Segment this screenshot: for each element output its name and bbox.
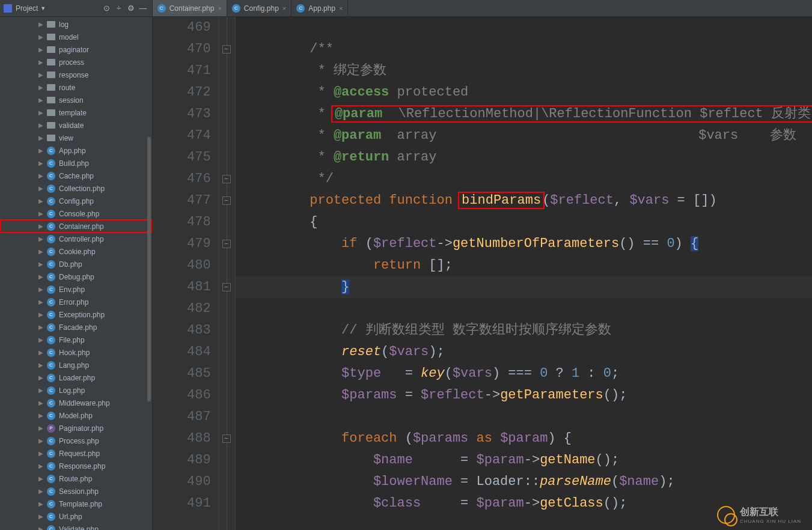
tree-file[interactable]: ▶CException.php [0, 308, 152, 321]
tree-file[interactable]: ▶CDb.php [0, 258, 152, 270]
tree-file[interactable]: ▶CApp.php [0, 144, 152, 157]
expand-arrow-icon[interactable]: ▶ [38, 362, 44, 368]
expand-arrow-icon[interactable]: ▶ [38, 21, 44, 28]
expand-arrow-icon[interactable]: ▶ [38, 437, 44, 444]
fold-toggle-icon[interactable]: − [222, 45, 231, 53]
code-line[interactable]: * @return array [236, 147, 812, 168]
tree-file[interactable]: ▶CModel.php [0, 409, 152, 422]
expand-arrow-icon[interactable]: ▶ [38, 387, 44, 394]
collapse-icon[interactable]: ÷ [114, 3, 124, 14]
expand-arrow-icon[interactable]: ▶ [38, 109, 44, 116]
code-line[interactable]: * @access protected [236, 82, 812, 103]
expand-arrow-icon[interactable]: ▶ [38, 223, 44, 230]
expand-arrow-icon[interactable]: ▶ [38, 72, 44, 78]
expand-arrow-icon[interactable]: ▶ [38, 172, 44, 179]
tree-file[interactable]: ▶CConsole.php [0, 207, 152, 220]
tree-folder[interactable]: ▶process [0, 56, 152, 69]
expand-arrow-icon[interactable]: ▶ [38, 147, 44, 154]
code-line[interactable]: } [236, 276, 812, 298]
tree-scrollbar-thumb[interactable] [147, 137, 151, 401]
expand-arrow-icon[interactable]: ▶ [38, 122, 44, 129]
code-content[interactable]: /** * 绑定参数 * @access protected * @param … [236, 17, 812, 530]
tree-folder[interactable]: ▶route [0, 81, 152, 94]
fold-toggle-icon[interactable]: − [222, 196, 231, 205]
tree-file[interactable]: ▶PPaginator.php [0, 422, 152, 434]
expand-arrow-icon[interactable]: ▶ [38, 261, 44, 267]
expand-arrow-icon[interactable]: ▶ [38, 34, 44, 40]
target-icon[interactable]: ⊙ [102, 3, 112, 14]
tree-file[interactable]: ▶CHook.php [0, 346, 152, 359]
tree-folder[interactable]: ▶model [0, 31, 152, 43]
expand-arrow-icon[interactable]: ▶ [38, 299, 44, 305]
expand-arrow-icon[interactable]: ▶ [38, 450, 44, 457]
code-line[interactable]: $name = $param->getName(); [236, 449, 812, 471]
tree-file[interactable]: ▶CRoute.php [0, 472, 152, 485]
tree-file[interactable]: ▶CProcess.php [0, 434, 152, 447]
tree-file[interactable]: ▶CContainer.php [0, 220, 152, 233]
expand-arrow-icon[interactable]: ▶ [38, 501, 44, 507]
close-tab-icon[interactable]: × [339, 5, 343, 12]
code-line[interactable]: // 判断数组类型 数字数组时按顺序绑定参数 [236, 320, 812, 341]
code-line[interactable]: if ($reflect->getNumberOfParameters() ==… [236, 233, 812, 255]
tree-folder[interactable]: ▶response [0, 69, 152, 81]
code-line[interactable]: * @param array $vars 参数 [236, 125, 812, 147]
tree-file[interactable]: ▶CResponse.php [0, 460, 152, 472]
tree-folder[interactable]: ▶session [0, 94, 152, 106]
tree-folder[interactable]: ▶template [0, 106, 152, 119]
expand-arrow-icon[interactable]: ▶ [38, 337, 44, 343]
expand-arrow-icon[interactable]: ▶ [38, 526, 44, 530]
expand-arrow-icon[interactable]: ▶ [38, 286, 44, 293]
tree-file[interactable]: ▶CFile.php [0, 334, 152, 346]
tree-file[interactable]: ▶CLoader.php [0, 371, 152, 384]
tree-folder[interactable]: ▶validate [0, 119, 152, 132]
code-editor[interactable]: 4694704714724734744754764774784794804814… [153, 17, 812, 530]
tree-folder[interactable]: ▶view [0, 132, 152, 144]
close-tab-icon[interactable]: × [218, 5, 221, 12]
expand-arrow-icon[interactable]: ▶ [38, 463, 44, 469]
expand-arrow-icon[interactable]: ▶ [38, 84, 44, 91]
expand-arrow-icon[interactable]: ▶ [38, 46, 44, 53]
expand-arrow-icon[interactable]: ▶ [38, 400, 44, 406]
editor-tab[interactable]: CApp.php× [292, 0, 348, 16]
editor-tab[interactable]: CConfig.php× [227, 0, 292, 16]
tree-file[interactable]: ▶CLog.php [0, 384, 152, 397]
tree-file[interactable]: ▶CCollection.php [0, 182, 152, 195]
tree-file[interactable]: ▶CRequest.php [0, 447, 152, 460]
expand-arrow-icon[interactable]: ▶ [38, 185, 44, 192]
tree-folder[interactable]: ▶log [0, 18, 152, 31]
expand-arrow-icon[interactable]: ▶ [38, 488, 44, 495]
close-tab-icon[interactable]: × [282, 5, 286, 12]
expand-arrow-icon[interactable]: ▶ [38, 412, 44, 419]
expand-arrow-icon[interactable]: ▶ [38, 513, 44, 520]
code-line[interactable]: $lowerName = Loader::parseName($name); [236, 471, 812, 493]
fold-toggle-icon[interactable]: − [222, 283, 231, 291]
code-line[interactable]: return []; [236, 255, 812, 276]
expand-arrow-icon[interactable]: ▶ [38, 425, 44, 431]
tree-file[interactable]: ▶CValidate.php [0, 523, 152, 530]
expand-arrow-icon[interactable]: ▶ [38, 160, 44, 166]
expand-arrow-icon[interactable]: ▶ [38, 97, 44, 103]
expand-arrow-icon[interactable]: ▶ [38, 475, 44, 482]
code-line[interactable]: * 绑定参数 [236, 60, 812, 82]
tree-file[interactable]: ▶CCookie.php [0, 245, 152, 258]
code-line[interactable]: reset($vars); [236, 341, 812, 363]
dropdown-icon[interactable]: ▼ [40, 5, 46, 11]
tree-file[interactable]: ▶CUrl.php [0, 510, 152, 523]
code-line[interactable] [236, 17, 812, 38]
expand-arrow-icon[interactable]: ▶ [38, 248, 44, 255]
tree-file[interactable]: ▶CLang.php [0, 359, 152, 371]
code-line[interactable]: { [236, 212, 812, 233]
tree-file[interactable]: ▶CFacade.php [0, 321, 152, 334]
code-line[interactable]: /** [236, 38, 812, 60]
tree-file[interactable]: ▶CConfig.php [0, 195, 152, 207]
code-line[interactable]: protected function bindParams($reflect, … [236, 190, 812, 212]
gear-icon[interactable]: ⚙ [126, 3, 136, 14]
tree-file[interactable]: ▶CError.php [0, 296, 152, 308]
tree-file[interactable]: ▶CMiddleware.php [0, 397, 152, 409]
expand-arrow-icon[interactable]: ▶ [38, 210, 44, 217]
tree-file[interactable]: ▶CTemplate.php [0, 498, 152, 510]
tree-folder[interactable]: ▶paginator [0, 43, 152, 56]
expand-arrow-icon[interactable]: ▶ [38, 198, 44, 204]
fold-toggle-icon[interactable]: − [222, 434, 231, 443]
expand-arrow-icon[interactable]: ▶ [38, 59, 44, 65]
